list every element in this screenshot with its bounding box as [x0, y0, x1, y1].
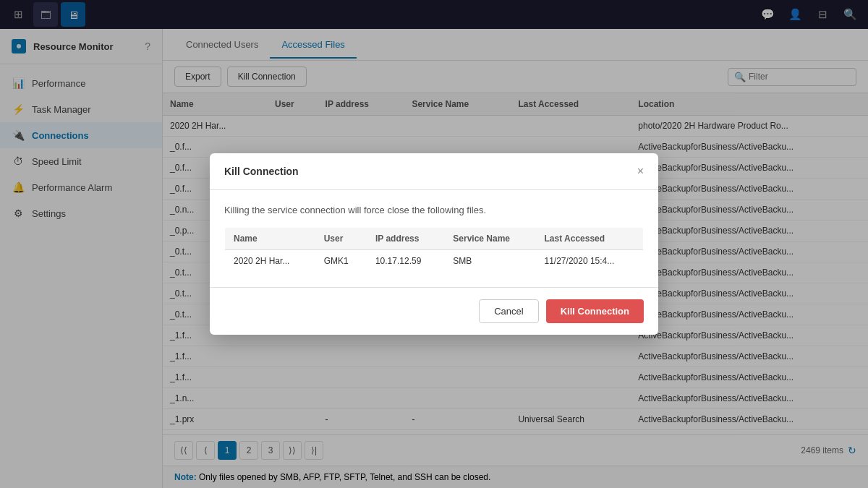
modal-body: Killing the service connection will forc… — [210, 190, 658, 287]
modal-cell-name: 2020 2H Har... — [225, 250, 315, 273]
modal-col-user: User — [315, 228, 367, 250]
modal-col-ip: IP address — [367, 228, 444, 250]
modal-col-last-accessed: Last Accessed — [536, 228, 644, 250]
modal-cell-user: GMK1 — [315, 250, 367, 273]
modal-cell-service: SMB — [444, 250, 535, 273]
modal-overlay: Kill Connection × Killing the service co… — [0, 0, 868, 488]
modal-description: Killing the service connection will forc… — [224, 205, 644, 215]
modal-table-row: 2020 2H Har... GMK1 10.17.12.59 SMB 11/2… — [225, 250, 644, 273]
modal-col-service: Service Name — [444, 228, 535, 250]
kill-connection-modal: Kill Connection × Killing the service co… — [210, 153, 658, 335]
modal-cancel-button[interactable]: Cancel — [479, 299, 538, 323]
modal-header: Kill Connection × — [210, 153, 658, 190]
modal-cell-ip: 10.17.12.59 — [367, 250, 444, 273]
modal-close-button[interactable]: × — [637, 165, 644, 178]
modal-title: Kill Connection — [224, 166, 299, 177]
modal-kill-button[interactable]: Kill Connection — [546, 299, 644, 323]
modal-footer: Cancel Kill Connection — [210, 287, 658, 335]
modal-cell-last-accessed: 11/27/2020 15:4... — [536, 250, 644, 273]
modal-col-name: Name — [225, 228, 315, 250]
modal-table: Name User IP address Service Name Last A… — [224, 227, 644, 273]
